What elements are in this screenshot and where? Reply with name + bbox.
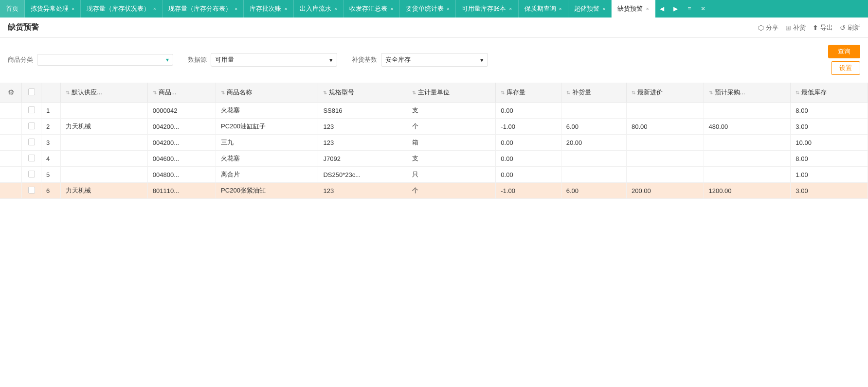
tab-inventory-dist[interactable]: 现存量（库存分布表） × (163, 0, 244, 18)
refresh-icon: ↺ (840, 24, 846, 32)
sort-icon: ⇅ (412, 90, 416, 95)
row-latest-price (626, 167, 704, 183)
row-goods-name: 三九 (216, 135, 318, 151)
th-goods-name[interactable]: ⇅ 商品名称 (216, 83, 318, 103)
row-replenish (561, 151, 626, 167)
sort-icon: ⇅ (323, 90, 327, 95)
tab-order-stat[interactable]: 要货单统计表 × (400, 0, 456, 18)
setting-button[interactable]: 设置 (831, 61, 860, 75)
row-estimated (704, 151, 791, 167)
tab-prev-button[interactable]: ◀ (655, 0, 669, 18)
tab-menu-button[interactable]: ≡ (683, 0, 696, 18)
row-seq: 5 (41, 167, 61, 183)
row-goods-name: PC200张紧油缸 (216, 183, 318, 199)
category-select[interactable]: ▾ (37, 54, 173, 66)
row-gear-cell (0, 167, 22, 183)
tab-receive-summary[interactable]: 收发存汇总表 × (344, 0, 399, 18)
row-supplier (61, 151, 148, 167)
row-latest-price: 200.00 (626, 183, 704, 199)
close-icon[interactable]: × (390, 6, 393, 12)
close-icon[interactable]: × (153, 6, 156, 12)
close-icon[interactable]: × (602, 6, 605, 12)
th-supplier[interactable]: ⇅ 默认供应... (61, 83, 148, 103)
refresh-button[interactable]: ↺ 刷新 (840, 23, 860, 32)
row-replenish (561, 167, 626, 183)
row-gear-cell (0, 103, 22, 119)
close-icon[interactable]: × (235, 6, 237, 12)
select-all-checkbox[interactable] (28, 88, 35, 95)
row-goods-name: 火花塞 (216, 151, 318, 167)
row-spec: DS250*23c... (318, 167, 407, 183)
tab-batch-account[interactable]: 库存批次账 × (244, 0, 293, 18)
row-goods-name: PC200油缸缸子 (216, 119, 318, 135)
row-checkbox[interactable] (28, 171, 35, 177)
row-checkbox[interactable] (28, 155, 35, 161)
sort-icon: ⇅ (66, 90, 70, 95)
close-icon[interactable]: × (559, 6, 562, 12)
close-icon[interactable]: × (334, 6, 337, 12)
th-unit[interactable]: ⇅ 主计量单位 (407, 83, 496, 103)
th-latest-price[interactable]: ⇅ 最新进价 (626, 83, 704, 103)
tab-inout-flow[interactable]: 出入库流水 × (294, 0, 344, 18)
row-stock: 0.00 (496, 151, 561, 167)
th-goods-code[interactable]: ⇅ 商品... (147, 83, 216, 103)
tab-home[interactable]: 首页 (0, 0, 25, 18)
row-stock: -1.00 (496, 119, 561, 135)
tab-abnormal[interactable]: 拣货异常处理 × (25, 0, 81, 18)
row-min-stock: 3.00 (791, 183, 868, 199)
table-body: 1 0000042 火花塞 SS816 支 0.00 8.00 2 力天机械 0… (0, 103, 868, 199)
buji-label: 补货基数 (352, 55, 377, 64)
share-icon: ⬡ (758, 24, 764, 32)
tab-expiry-query[interactable]: 保质期查询 × (519, 0, 568, 18)
datasource-select[interactable]: 可用量 ▾ (211, 53, 337, 67)
row-goods-code: 0000042 (147, 103, 216, 119)
tab-shortage[interactable]: 缺货预警 × (612, 0, 655, 18)
th-stock[interactable]: ⇅ 库存量 (496, 83, 561, 103)
buji-value: 安全库存 (385, 55, 411, 64)
buji-select[interactable]: 安全库存 ▾ (381, 53, 488, 67)
tab-next-button[interactable]: ▶ (669, 0, 683, 18)
close-icon[interactable]: × (447, 6, 450, 12)
close-icon[interactable]: × (72, 6, 74, 12)
sort-icon: ⇅ (796, 90, 799, 95)
table-header-row: ⚙ ⇅ 默认供应... ⇅ 商 (0, 83, 868, 103)
tab-available-ledger[interactable]: 可用量库存账本 × (456, 0, 518, 18)
tab-close-all-button[interactable]: ✕ (696, 0, 710, 18)
th-estimated[interactable]: ⇅ 预计采购... (704, 83, 791, 103)
table-row: 6 力天机械 801110... PC200张紧油缸 123 个 -1.00 6… (0, 183, 868, 199)
close-icon[interactable]: × (284, 6, 287, 12)
tab-overstock[interactable]: 超储预警 × (568, 0, 612, 18)
row-goods-code: 004200... (147, 135, 216, 151)
gear-settings-button[interactable]: ⚙ (5, 87, 17, 98)
replenish-button[interactable]: ⊞ 补货 (785, 23, 806, 32)
row-spec: J7092 (318, 151, 407, 167)
sort-icon: ⇅ (709, 90, 713, 95)
row-checkbox[interactable] (28, 139, 35, 145)
row-gear-cell (0, 183, 22, 199)
query-button[interactable]: 查询 (828, 45, 860, 58)
tab-inventory-status[interactable]: 现存量（库存状况表） × (81, 0, 162, 18)
datasource-arrow-icon: ▾ (329, 56, 333, 64)
filter-bar: 商品分类 ▾ 数据源 可用量 ▾ 补货基数 安全库存 ▾ 查询 设置 (0, 38, 868, 75)
th-seq (41, 83, 61, 103)
row-unit: 支 (407, 151, 496, 167)
close-icon[interactable]: × (509, 6, 512, 12)
row-checkbox[interactable] (28, 187, 35, 194)
table-row: 5 004800... 离合片 DS250*23c... 只 0.00 1.00 (0, 167, 868, 183)
row-min-stock: 8.00 (791, 151, 868, 167)
th-spec[interactable]: ⇅ 规格型号 (318, 83, 407, 103)
main-content: 缺货预警 ⬡ 分享 ⊞ 补货 ⬆ 导出 ↺ 刷新 商品分类 (0, 18, 868, 387)
row-seq: 1 (41, 103, 61, 119)
th-min-stock[interactable]: ⇅ 最低库存 (791, 83, 868, 103)
row-goods-code: 801110... (147, 183, 216, 199)
row-checkbox[interactable] (28, 106, 35, 113)
sort-icon: ⇅ (153, 90, 157, 95)
close-icon[interactable]: × (646, 6, 649, 12)
row-estimated: 480.00 (704, 119, 791, 135)
export-button[interactable]: ⬆ 导出 (813, 23, 833, 32)
th-replenish[interactable]: ⇅ 补货量 (561, 83, 626, 103)
share-button[interactable]: ⬡ 分享 (758, 23, 778, 32)
row-seq: 3 (41, 135, 61, 151)
row-checkbox[interactable] (28, 123, 35, 129)
tab-bar: 首页 拣货异常处理 × 现存量（库存状况表） × 现存量（库存分布表） × 库存… (0, 0, 868, 18)
